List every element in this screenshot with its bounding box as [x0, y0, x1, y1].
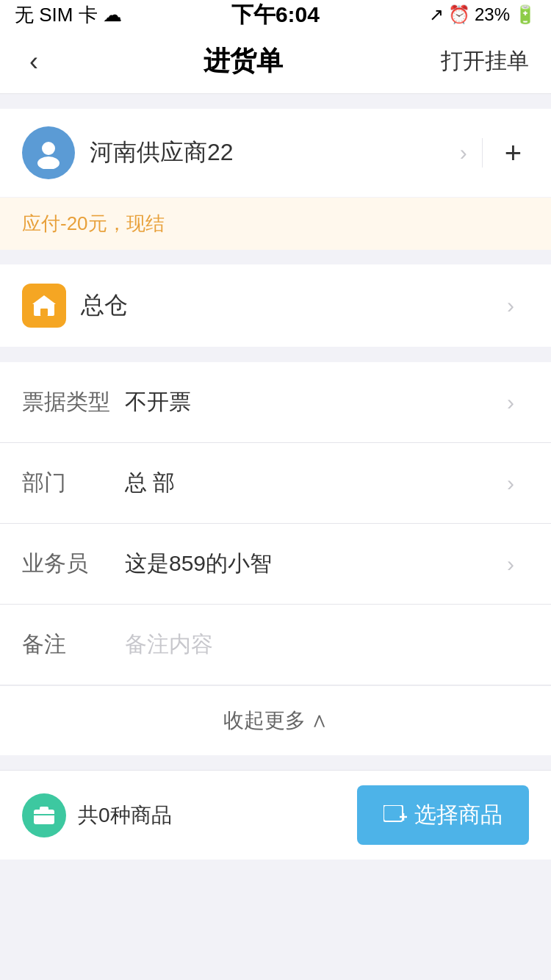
bottom-bar: 共0种商品 选择商品 [0, 770, 551, 860]
warehouse-name: 总仓 [81, 289, 507, 322]
collapse-row[interactable]: 收起更多 ∧ [0, 685, 551, 755]
status-time: 下午6:04 [231, 0, 320, 30]
product-count-text: 共0种商品 [78, 801, 172, 829]
svg-point-1 [37, 156, 60, 169]
salesperson-row[interactable]: 业务员 这是859的小智 › [0, 524, 551, 605]
svg-rect-4 [40, 309, 48, 316]
section-gap-2 [0, 250, 551, 264]
supplier-divider [482, 138, 483, 167]
remark-label: 备注 [22, 630, 125, 660]
salesperson-value: 这是859的小智 [125, 549, 507, 579]
warehouse-section: 总仓 › [0, 264, 551, 347]
invoice-type-label: 票据类型 [22, 387, 125, 417]
status-right: ↗ ⏰ 23% 🔋 [429, 4, 536, 25]
product-count-area: 共0种商品 [22, 793, 172, 837]
signal-text: 无 SIM 卡 ☁ [15, 2, 122, 28]
status-bar: 无 SIM 卡 ☁ 下午6:04 ↗ ⏰ 23% 🔋 [0, 0, 551, 29]
invoice-type-value: 不开票 [125, 387, 507, 417]
battery-icon: 🔋 [514, 4, 536, 25]
warehouse-icon [22, 284, 66, 328]
nav-bar: ‹ 进货单 打开挂单 [0, 29, 551, 94]
svg-marker-3 [32, 295, 56, 304]
battery-text: 23% [475, 4, 510, 25]
location-icon: ↗ [429, 4, 444, 25]
supplier-row[interactable]: 河南供应商22 › + [0, 109, 551, 198]
select-product-label: 选择商品 [414, 800, 503, 830]
warehouse-chevron-icon: › [507, 293, 514, 318]
section-gap-1 [0, 94, 551, 109]
form-section: 票据类型 不开票 › 部门 总 部 › 业务员 这是859的小智 › 备注 备注… [0, 362, 551, 755]
supplier-section: 河南供应商22 › + 应付-20元，现结 [0, 109, 551, 250]
alarm-icon: ⏰ [448, 4, 470, 25]
back-button[interactable]: ‹ [22, 39, 46, 84]
page-title: 进货单 [204, 43, 283, 79]
department-chevron-icon: › [507, 471, 514, 496]
department-label: 部门 [22, 468, 125, 498]
invoice-type-row[interactable]: 票据类型 不开票 › [0, 362, 551, 443]
salesperson-chevron-icon: › [507, 552, 514, 577]
invoice-type-chevron-icon: › [507, 390, 514, 415]
collapse-label: 收起更多 ∧ [223, 707, 328, 735]
product-icon [22, 793, 66, 837]
supplier-chevron-icon: › [460, 140, 467, 165]
select-product-button[interactable]: 选择商品 [357, 785, 529, 845]
add-supplier-button[interactable]: + [497, 137, 529, 170]
warehouse-row[interactable]: 总仓 › [0, 264, 551, 347]
svg-point-0 [42, 142, 55, 155]
supplier-notice: 应付-20元，现结 [0, 198, 551, 250]
salesperson-label: 业务员 [22, 549, 125, 579]
section-gap-3 [0, 347, 551, 362]
remark-row[interactable]: 备注 备注内容 [0, 605, 551, 685]
svg-rect-8 [383, 805, 403, 821]
department-value: 总 部 [125, 468, 507, 498]
remark-value[interactable]: 备注内容 [125, 630, 529, 660]
supplier-name: 河南供应商22 [90, 137, 460, 169]
open-pending-button[interactable]: 打开挂单 [441, 46, 529, 76]
svg-rect-6 [40, 807, 48, 811]
department-row[interactable]: 部门 总 部 › [0, 443, 551, 524]
svg-rect-5 [34, 810, 54, 824]
status-left: 无 SIM 卡 ☁ [15, 2, 122, 28]
supplier-avatar [22, 126, 75, 179]
